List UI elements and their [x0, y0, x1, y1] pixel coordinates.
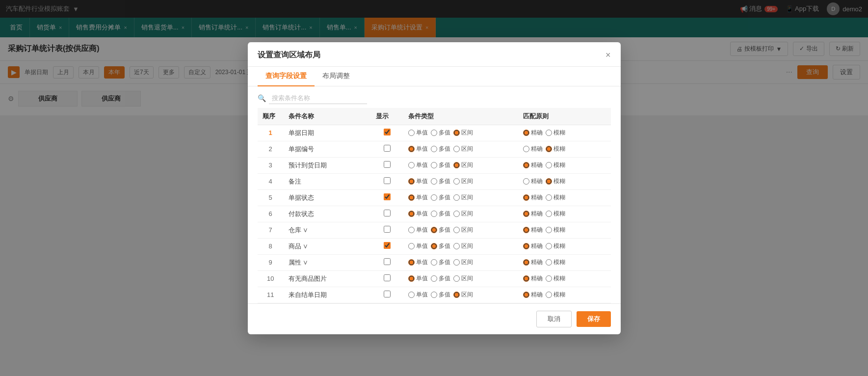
dialog-table-wrap: 顺序 条件名称 显示 条件类型 匹配原则 1单据日期单值多值区间精确模糊2单据编…: [248, 108, 621, 116]
th-type: 条件类型: [403, 108, 518, 116]
modal-overlay: 设置查询区域布局 × 查询字段设置 布局调整 🔍 顺序 条件名称 显示 条件类型: [0, 0, 868, 115]
th-match: 匹配原则: [518, 108, 611, 116]
th-show: 显示: [371, 108, 404, 116]
dialog-tabs: 查询字段设置 布局调整: [248, 67, 621, 86]
search-icon: 🔍: [258, 94, 266, 102]
tab-layout-adjust[interactable]: 布局调整: [315, 67, 358, 86]
th-name: 条件名称: [284, 108, 371, 116]
dialog-header: 设置查询区域布局 ×: [248, 42, 621, 67]
th-order: 顺序: [258, 108, 284, 116]
search-input[interactable]: [269, 92, 367, 104]
dialog-close-button[interactable]: ×: [605, 51, 611, 59]
tab-field-settings[interactable]: 查询字段设置: [258, 67, 315, 86]
dialog-search-area: 🔍: [248, 86, 621, 108]
dialog-title: 设置查询区域布局: [258, 50, 320, 60]
conditions-table: 顺序 条件名称 显示 条件类型 匹配原则 1单据日期单值多值区间精确模糊2单据编…: [258, 108, 611, 116]
settings-dialog: 设置查询区域布局 × 查询字段设置 布局调整 🔍 顺序 条件名称 显示 条件类型: [248, 42, 621, 116]
